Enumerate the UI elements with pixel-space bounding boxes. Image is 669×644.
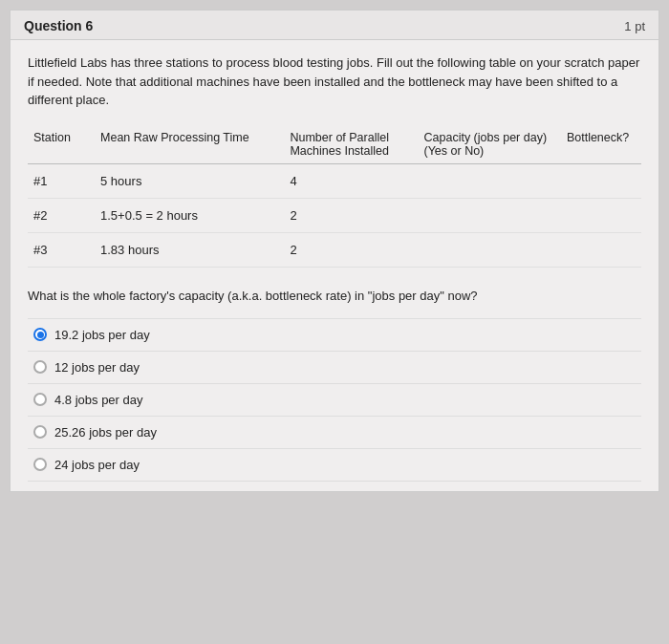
cell-capacity-bottleneck-1 <box>419 198 641 232</box>
radio-opt3[interactable] <box>33 393 47 406</box>
table-row: #1 5 hours 4 <box>28 163 641 198</box>
question-content: Littlefield Labs has three stations to p… <box>11 40 658 491</box>
option-row-2[interactable]: 12 jobs per day <box>28 351 641 383</box>
question-points: 1 pt <box>624 19 645 33</box>
cell-processing-0: 5 hours <box>95 163 284 198</box>
data-table-container: Station Mean Raw Processing Time Number … <box>28 127 641 268</box>
option-label-4: 25.26 jobs per day <box>54 425 157 440</box>
cell-parallel-2: 2 <box>284 232 418 267</box>
table-row: #3 1.83 hours 2 <box>28 232 641 267</box>
col-header-processing: Mean Raw Processing Time <box>95 127 284 164</box>
answer-options: 19.2 jobs per day12 jobs per day4.8 jobs… <box>28 318 641 482</box>
option-row-4[interactable]: 25.26 jobs per day <box>28 416 641 448</box>
cell-processing-2: 1.83 hours <box>95 232 284 267</box>
option-label-2: 12 jobs per day <box>54 360 140 375</box>
question-header: Question 6 1 pt <box>11 11 658 40</box>
radio-opt5[interactable] <box>33 458 47 471</box>
option-row-5[interactable]: 24 jobs per day <box>28 448 641 482</box>
option-row-1[interactable]: 19.2 jobs per day <box>28 318 641 351</box>
cell-parallel-0: 4 <box>284 163 418 198</box>
option-label-3: 4.8 jobs per day <box>54 393 143 407</box>
radio-opt2[interactable] <box>33 360 47 374</box>
cell-station-2: #3 <box>28 232 95 267</box>
col-header-station: Station <box>28 127 95 164</box>
stations-table: Station Mean Raw Processing Time Number … <box>28 127 641 268</box>
question-title: Question 6 <box>24 18 93 33</box>
cell-station-0: #1 <box>28 163 95 198</box>
col-header-capacity-bottleneck: Capacity (jobs per day) Bottleneck? (Yes… <box>419 127 641 164</box>
cell-capacity-bottleneck-2 <box>419 232 641 267</box>
sub-question-text: What is the whole factory's capacity (a.… <box>28 289 641 303</box>
table-row: #2 1.5+0.5 = 2 hours 2 <box>28 198 641 232</box>
cell-capacity-bottleneck-0 <box>419 163 641 198</box>
question-description: Littlefield Labs has three stations to p… <box>28 54 641 110</box>
option-row-3[interactable]: 4.8 jobs per day <box>28 383 641 416</box>
page-container: Question 6 1 pt Littlefield Labs has thr… <box>10 10 659 492</box>
option-label-5: 24 jobs per day <box>54 458 140 472</box>
cell-processing-1: 1.5+0.5 = 2 hours <box>95 198 284 232</box>
cell-station-1: #2 <box>28 198 95 232</box>
col-header-parallel: Number of Parallel Machines Installed <box>284 127 418 164</box>
radio-opt4[interactable] <box>33 425 47 439</box>
option-label-1: 19.2 jobs per day <box>54 328 150 342</box>
radio-opt1[interactable] <box>33 328 47 341</box>
cell-parallel-1: 2 <box>284 198 418 232</box>
